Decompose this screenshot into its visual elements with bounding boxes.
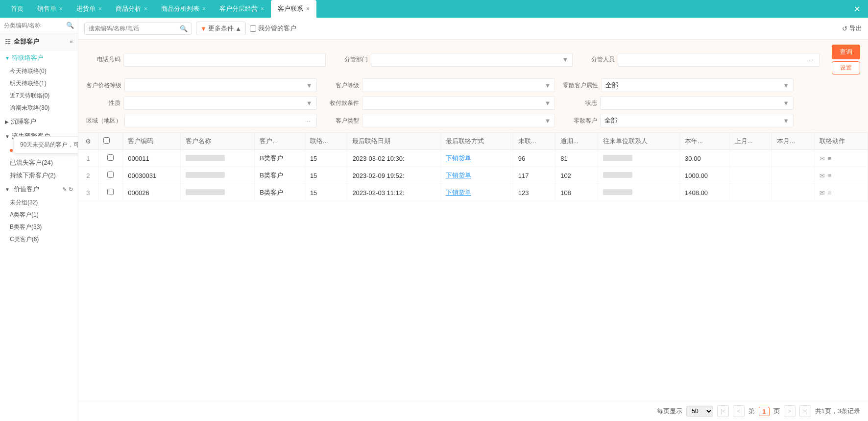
contact-icon[interactable]: ✉ <box>820 155 825 162</box>
tab-customer-layer[interactable]: 客户分层经营 × <box>213 0 271 18</box>
sidebar-item-c-class[interactable]: C类客户(6) <box>0 233 78 246</box>
tab-analysis-list[interactable]: 商品分析列表 × <box>154 0 213 18</box>
last-method-link[interactable]: 下销货单 <box>446 172 471 179</box>
tab-sales[interactable]: 销售单 × <box>30 0 70 18</box>
arrow-down2-icon: ▼ <box>5 134 10 139</box>
sidebar-item-overdue[interactable]: 逾期未联络(30) <box>0 102 78 114</box>
col-contact-person: 往来单位联系人 <box>598 133 679 150</box>
row-type: B类客户 <box>255 150 305 167</box>
gender-select[interactable]: ▼ <box>123 96 317 110</box>
phone-label: 电话号码 <box>86 55 121 64</box>
first-page-button[interactable]: |< <box>717 405 729 417</box>
export-button[interactable]: ↺ 导出 <box>842 24 862 33</box>
sidebar-item-b-class[interactable]: B类客户(33) <box>0 221 78 233</box>
filter-customer-type: 客户类型 ▼ <box>325 114 555 127</box>
more-action-icon[interactable]: ≡ <box>828 189 832 197</box>
contact-icon[interactable]: ✉ <box>820 189 825 197</box>
status-select[interactable]: ▼ <box>600 96 794 110</box>
payment-select[interactable]: ▼ <box>362 96 555 110</box>
search-toolbar: 🔍 ▼ 更多条件 ▲ 我分管的客户 ↺ 导出 <box>78 18 868 40</box>
sidebar-item-today[interactable]: 今天待联络(0) <box>0 65 78 77</box>
close-tab-sales[interactable]: × <box>59 5 63 12</box>
level-arrow: ▼ <box>544 82 551 89</box>
sidebar-item-tomorrow[interactable]: 明天待联络(1) <box>0 77 78 90</box>
row-code: 000026 <box>123 184 181 201</box>
region-select[interactable]: ··· <box>124 114 317 127</box>
select-all-checkbox[interactable] <box>103 137 110 144</box>
price-level-select[interactable]: ▼ <box>124 78 317 92</box>
sidebar-group-pending[interactable]: ▼ 待联络客户 <box>0 50 78 65</box>
close-tab-analysis[interactable]: × <box>144 5 147 12</box>
sidebar-search-icon[interactable]: 🔍 <box>66 22 74 29</box>
close-tab-customer-contact[interactable]: × <box>306 5 310 12</box>
row-checkbox[interactable] <box>98 150 123 167</box>
more-action-icon[interactable]: ≡ <box>828 155 832 162</box>
settings-button[interactable]: 设置 <box>832 61 860 74</box>
sidebar-item-already-churn[interactable]: 已流失客户(24) <box>0 156 78 169</box>
sidebar-item-ungrouped[interactable]: 未分组(32) <box>0 197 78 209</box>
manager-dots[interactable]: ··· <box>806 56 816 63</box>
sidebar-group-dormant[interactable]: ▶ 沉睡客户 <box>0 114 78 129</box>
query-button[interactable]: 查询 <box>832 45 860 59</box>
tab-analysis[interactable]: 商品分析 × <box>109 0 154 18</box>
dept-select[interactable]: ▼ <box>371 53 573 67</box>
prev-page-button[interactable]: < <box>733 405 745 417</box>
tab-home[interactable]: 首页 <box>4 4 30 13</box>
more-action-icon[interactable]: ≡ <box>828 172 832 179</box>
phone-input[interactable] <box>123 53 326 67</box>
tab-purchase[interactable]: 进货单 × <box>70 0 109 18</box>
last-method-link[interactable]: 下销货单 <box>446 154 471 162</box>
settings-gear-icon[interactable]: ⚙ <box>85 138 91 145</box>
sidebar-item-7days[interactable]: 近7天待联络(0) <box>0 90 78 102</box>
sidebar-group-value[interactable]: ▼ 价值客户 ✎ ↻ <box>0 182 78 197</box>
row-checkbox[interactable] <box>98 167 123 184</box>
filter-row-3: 性质 ▼ 收付款条件 ▼ 状态 <box>86 96 860 110</box>
manager-select[interactable]: ··· <box>618 53 820 67</box>
value-refresh-icon[interactable]: ↻ <box>69 186 73 193</box>
row-actions[interactable]: ✉ ≡ <box>814 184 868 201</box>
contact-icon[interactable]: ✉ <box>820 172 825 179</box>
payment-label: 收付款条件 <box>325 99 359 107</box>
more-conditions-button[interactable]: ▼ 更多条件 ▲ <box>196 22 246 35</box>
search-button-icon[interactable]: 🔍 <box>180 25 188 32</box>
customer-type-select[interactable]: ▼ <box>362 114 555 127</box>
col-last-method: 最后联络方式 <box>440 133 513 150</box>
sidebar-item-a-class[interactable]: A类客户(1) <box>0 209 78 221</box>
sidebar-collapse-icon[interactable]: « <box>70 38 73 45</box>
row-last-method[interactable]: 下销货单 <box>440 167 513 184</box>
value-edit-icon[interactable]: ✎ <box>62 186 67 193</box>
close-tab-purchase[interactable]: × <box>98 5 102 12</box>
row-this-year: 1408.00 <box>680 184 730 201</box>
level-select[interactable]: ▼ <box>362 78 555 92</box>
next-page-button[interactable]: > <box>784 405 796 417</box>
my-customers-checkbox-wrap[interactable]: 我分管的客户 <box>250 24 296 33</box>
my-customers-checkbox[interactable] <box>250 25 256 32</box>
row-actions[interactable]: ✉ ≡ <box>814 167 868 184</box>
region-dots[interactable]: ··· <box>303 117 313 124</box>
zero-customer-select[interactable]: 全部 ▼ <box>600 114 794 127</box>
row-select-checkbox[interactable] <box>107 172 114 178</box>
filter-level: 客户等级 ▼ <box>325 78 555 92</box>
close-tab-customer-layer[interactable]: × <box>261 5 264 12</box>
last-method-link[interactable]: 下销货单 <box>446 189 471 196</box>
page-size-select[interactable]: 50 100 200 <box>686 406 713 417</box>
col-settings[interactable]: ⚙ <box>78 133 98 150</box>
row-last-method[interactable]: 下销货单 <box>440 150 513 167</box>
zero-attr-select[interactable]: 全部 ▼ <box>601 78 794 92</box>
filter-status: 状态 ▼ <box>563 96 794 110</box>
search-input[interactable] <box>89 25 180 32</box>
row-select-checkbox[interactable] <box>107 189 114 195</box>
row-actions[interactable]: ✉ ≡ <box>814 150 868 167</box>
sidebar-search-input[interactable] <box>4 22 64 29</box>
row-last-method[interactable]: 下销货单 <box>440 184 513 201</box>
row-select-checkbox[interactable] <box>107 154 114 161</box>
col-checkbox[interactable] <box>98 133 123 150</box>
tab-customer-contact[interactable]: 客户联系 × <box>271 0 316 18</box>
sidebar-item-declining[interactable]: 持续下滑客户(2) <box>0 169 78 182</box>
row-checkbox[interactable] <box>98 184 123 201</box>
close-tab-analysis-list[interactable]: × <box>202 5 206 12</box>
export-icon: ↺ <box>842 25 847 32</box>
window-close-button[interactable]: ✕ <box>850 4 864 14</box>
dept-arrow-icon: ▼ <box>562 56 568 63</box>
last-page-button[interactable]: >| <box>799 405 811 417</box>
